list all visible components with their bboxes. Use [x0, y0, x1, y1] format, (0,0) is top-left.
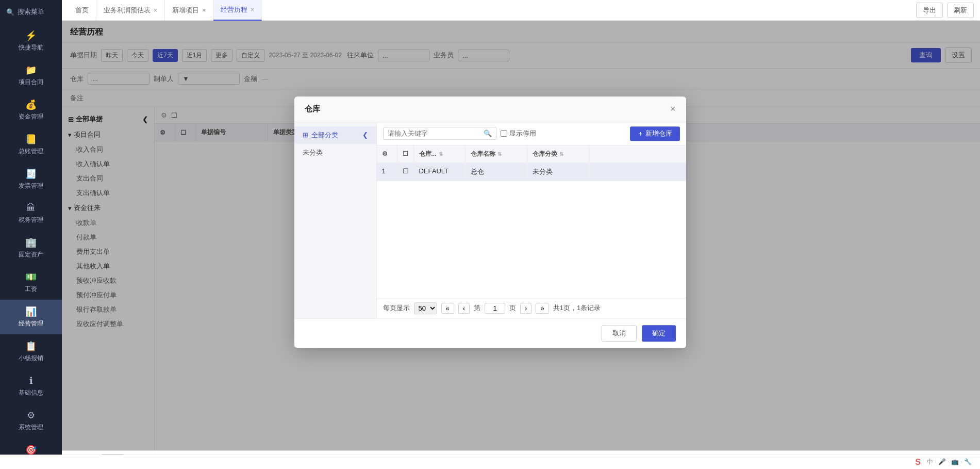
modal-prev-btn[interactable]: ‹ [458, 303, 470, 314]
sidebar-item-label: 税务管理 [19, 216, 43, 224]
tab-business-history-close[interactable]: × [251, 6, 254, 13]
salary-icon: 💵 [25, 271, 37, 283]
assets-icon: 🏢 [25, 237, 37, 248]
app-status-bar: S 中 · 🎤 · 📺 · 🔧 [0, 455, 980, 469]
tab-profit-estimate[interactable]: 业务利润预估表 × [96, 0, 165, 21]
sidebar-item-label: 资金管理 [19, 112, 43, 121]
sidebar-item-salary[interactable]: 💵 工资 [0, 265, 62, 300]
modal-left-panel: ⊞ 全部分类 ❮ 未分类 [294, 122, 377, 318]
show-disabled-label[interactable]: 显示停用 [501, 129, 536, 138]
tab-business-history[interactable]: 经营历程 × [213, 0, 262, 21]
add-warehouse-button[interactable]: ＋ 新增仓库 [630, 126, 680, 141]
sidebar-item-label: 总账管理 [19, 147, 43, 156]
modal-th-settings: ⚙ [377, 145, 397, 163]
sort-icon-category: ⇅ [559, 151, 563, 157]
modal-header: 仓库 × [294, 96, 686, 122]
invoice-icon: 🧾 [25, 168, 37, 180]
sidebar-search-label: 搜索菜单 [18, 7, 44, 17]
sidebar-item-label: 发票管理 [19, 182, 43, 190]
modal-next-btn[interactable]: › [520, 303, 531, 314]
modal-th-category[interactable]: 仓库分类 ⇅ [527, 145, 589, 163]
project-icon: 📁 [25, 64, 37, 76]
tab-profit-close[interactable]: × [154, 7, 157, 14]
row-name: 总仓 [466, 163, 527, 181]
modal-th-name[interactable]: 仓库名称 ⇅ [466, 145, 527, 163]
modal-th-code[interactable]: 仓库... ⇅ [414, 145, 466, 163]
table-row[interactable]: 1 ☐ DEFAULT 总仓 未分类 [377, 163, 686, 181]
show-disabled-checkbox[interactable] [501, 130, 507, 137]
sidebar-item-label: 固定资产 [19, 250, 43, 259]
cancel-button[interactable]: 取消 [602, 325, 637, 342]
sidebar: 🔍 搜索菜单 ⚡ 快捷导航 📁 项目合同 💰 资金管理 📒 总账管理 🧾 发票管… [0, 0, 62, 469]
modal-last-btn[interactable]: » [536, 303, 549, 314]
business-icon: 📊 [25, 306, 37, 317]
tax-icon: 🏛 [26, 203, 36, 214]
modal-th-checkbox[interactable]: ☐ [397, 145, 414, 163]
modal-summary: 共1页，1条记录 [553, 303, 601, 313]
sidebar-item-sys-mgmt[interactable]: ⚙ 系统管理 [0, 403, 62, 438]
search-icon: 🔍 [6, 8, 14, 16]
modal-page-label: 页 [509, 303, 516, 313]
refresh-button[interactable]: 刷新 [947, 3, 974, 18]
modal-body: ⊞ 全部分类 ❮ 未分类 🔍 显示停用 ＋ 新增仓库 [294, 122, 686, 318]
tab-home[interactable]: 首页 [68, 0, 96, 21]
row-checkbox[interactable]: ☐ [397, 163, 414, 181]
modal-close-button[interactable]: × [670, 104, 676, 115]
search-icon-modal: 🔍 [484, 130, 492, 137]
sidebar-item-label: 快捷导航 [19, 43, 43, 52]
modal-category-uncategorized[interactable]: 未分类 [294, 144, 376, 161]
modal-table-header: ⚙ ☐ 仓库... ⇅ 仓库名称 ⇅ 仓库分类 ⇅ [377, 145, 686, 163]
tab-new-project-close[interactable]: × [202, 7, 206, 14]
row-index: 1 [377, 163, 397, 181]
topbar-actions: 导出 刷新 [916, 3, 974, 18]
modal-per-page-select[interactable]: 50 [414, 302, 437, 314]
tab-home-label: 首页 [75, 6, 89, 15]
sidebar-item-fund-mgmt[interactable]: 💰 资金管理 [0, 93, 62, 127]
sidebar-item-fixed-assets[interactable]: 🏢 固定资产 [0, 231, 62, 265]
modal-page-num-label: 第 [474, 303, 480, 313]
sidebar-item-basic-info[interactable]: ℹ 基础信息 [0, 369, 62, 403]
sidebar-item-label: 工资 [25, 285, 37, 294]
sidebar-item-label: 项目合同 [19, 78, 43, 87]
sort-icon-name: ⇅ [497, 151, 502, 157]
confirm-button[interactable]: 确定 [642, 325, 676, 342]
sidebar-item-label: 小畅报销 [19, 354, 43, 363]
grid-icon-modal: ⊞ [303, 131, 308, 139]
sidebar-item-project-contract[interactable]: 📁 项目合同 [0, 58, 62, 93]
search-input[interactable] [388, 130, 480, 137]
modal-category-all[interactable]: ⊞ 全部分类 ❮ [294, 126, 376, 144]
sidebar-item-ledger[interactable]: 📒 总账管理 [0, 127, 62, 162]
row-code: DEFAULT [414, 163, 466, 181]
fund-icon: 💰 [25, 99, 37, 110]
tab-business-history-label: 经营历程 [221, 5, 247, 14]
search-box[interactable]: 🔍 [383, 127, 496, 140]
brand-icon: S [915, 458, 921, 467]
warehouse-modal: 仓库 × ⊞ 全部分类 ❮ 未分类 🔍 [294, 96, 686, 348]
ledger-icon: 📒 [25, 134, 37, 145]
tab-new-project-label: 新增项目 [172, 6, 199, 15]
modal-page-input[interactable] [485, 303, 505, 314]
sidebar-item-label: 系统管理 [19, 423, 43, 432]
sidebar-item-business-mgmt[interactable]: 📊 经营管理 [0, 300, 62, 334]
modal-pagination: 每页显示 50 « ‹ 第 页 › » 共1页，1条记录 [377, 298, 686, 318]
guide-icon: 🎯 [25, 444, 37, 456]
sidebar-item-label: 基础信息 [19, 389, 43, 397]
tab-new-project[interactable]: 新增项目 × [165, 0, 213, 21]
collapse-modal-icon[interactable]: ❮ [362, 131, 368, 139]
status-bar-right: S 中 · 🎤 · 📺 · 🔧 [915, 458, 972, 467]
sidebar-item-label: 经营管理 [19, 319, 43, 328]
row-category: 未分类 [527, 163, 589, 181]
sidebar-item-tax[interactable]: 🏛 税务管理 [0, 197, 62, 231]
sidebar-item-xp-sales[interactable]: 📋 小畅报销 [0, 334, 62, 369]
modal-first-btn[interactable]: « [441, 303, 454, 314]
modal-per-page-label: 每页显示 [383, 303, 410, 313]
sidebar-item-quick-nav[interactable]: ⚡ 快捷导航 [0, 24, 62, 58]
tab-profit-label: 业务利润预估表 [104, 6, 151, 15]
sys-icon: ⚙ [27, 410, 35, 421]
modal-actions: 取消 确定 [294, 318, 686, 348]
export-button[interactable]: 导出 [916, 3, 943, 18]
sidebar-search[interactable]: 🔍 搜索菜单 [0, 0, 62, 24]
modal-table-body: 1 ☐ DEFAULT 总仓 未分类 [377, 163, 686, 298]
sidebar-item-invoice[interactable]: 🧾 发票管理 [0, 162, 62, 197]
topbar: 首页 业务利润预估表 × 新增项目 × 经营历程 × 导出 刷新 [62, 0, 980, 21]
